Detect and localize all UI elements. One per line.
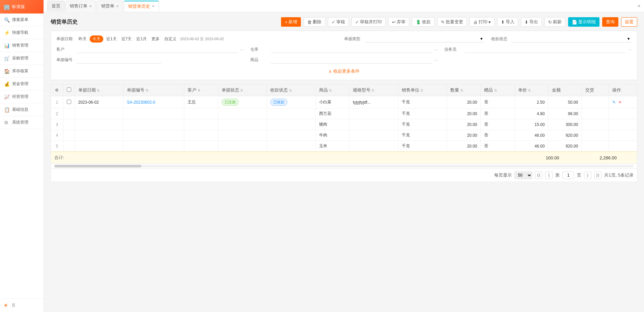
row-checkbox[interactable] [63,141,75,152]
collapse-btn[interactable]: ∧ 收起更多条件 [56,67,632,76]
page-content: 销货单历史 + 新增 🗑 删除 ✓ 审核 ✓ 审核并打印 [44,12,644,312]
edit-action-btn[interactable]: ✎ [612,100,616,105]
tab-close-sales-order[interactable]: ✕ [89,4,92,8]
table-row: 5 玉米 千克 20.00 否 46.00 920.00 [51,141,637,152]
sidebar-logo: 🏢 标准版 [0,0,44,14]
page-last-btn[interactable]: ⟩⟩ [594,172,601,179]
sidebar-item-finance[interactable]: 💰 资金管理 [0,78,44,90]
batch-change-button[interactable]: ✎ 批量变更 [437,17,467,27]
collect-button[interactable]: 💲 收款 [412,17,435,27]
date-btn-7day[interactable]: 近7天 [120,35,134,43]
payment-status-select[interactable]: ▾ [512,35,632,43]
col-price-sort: ⇅ [528,88,531,92]
sidebar-item-inventory[interactable]: 🏠 库存核算 [0,65,44,78]
scroll-thumb[interactable] [54,165,141,167]
goods-picker-btn[interactable]: ··· [434,58,438,62]
col-gift[interactable]: 赠品 ⇅ [481,84,514,96]
import-button[interactable]: ⬆ 导入 [497,17,518,27]
new-button[interactable]: + 新增 [281,17,301,27]
cell-doc-no [123,108,184,119]
date-btn-today[interactable]: 今天 [90,35,103,43]
doc-type-select[interactable]: ▾ [365,35,484,43]
row-checkbox[interactable] [63,108,75,119]
date-btn-custom[interactable]: 自定义 [163,35,178,43]
customer-input[interactable] [77,46,238,53]
page-next-btn[interactable]: ⟩ [584,172,591,179]
date-btn-1month[interactable]: 近1月 [135,35,148,43]
export-button[interactable]: ⬇ 导出 [521,17,542,27]
col-spec[interactable]: 规格型号 ⇅ [349,84,398,96]
col-date-label: 单据日期 [78,87,96,93]
col-date[interactable]: 单据日期 ⇅ [75,84,123,96]
col-checkbox[interactable] [63,84,75,96]
col-goods[interactable]: 商品 ⇅ [315,84,349,96]
tab-bar-close-all[interactable]: ✕ [637,4,641,8]
sidebar-pause-icon[interactable]: ⏸ [11,302,16,309]
sidebar-item-purchase-mgmt[interactable]: 🛒 采购管理 [0,52,44,65]
select-all-checkbox[interactable] [67,87,71,92]
sidebar-item-sales-mgmt[interactable]: 📊 销售管理 [0,39,44,52]
query-button[interactable]: 查询 [602,17,618,27]
audit-button[interactable]: ✓ 审核 [328,17,349,27]
cell-goods: 猪肉 [315,119,349,130]
audit-print-button[interactable]: ✓ 审核并打印 [352,17,386,27]
customer-picker-btn[interactable]: ··· [240,47,244,52]
cell-action [609,130,637,141]
row-select-checkbox[interactable] [67,100,71,104]
scroll-track[interactable] [54,165,634,167]
row-checkbox[interactable] [63,130,75,141]
row-checkbox[interactable] [63,96,75,108]
sidebar-item-operations[interactable]: 📈 经营管理 [0,90,44,103]
col-gift-label: 赠品 [484,87,493,93]
page-prev-btn[interactable]: ⟨ [545,172,553,179]
settings-button[interactable]: 设置 [621,17,637,27]
sidebar-item-quick-nav[interactable]: ⚡ 快捷导航 [0,26,44,39]
col-doc-status[interactable]: 单据状态 ⇅ [218,84,267,96]
col-pay-status[interactable]: 收款状态 ⇅ [267,84,316,96]
page-number-input[interactable] [562,172,574,179]
row-checkbox[interactable] [63,119,75,130]
cell-customer [184,141,218,152]
abandon-button[interactable]: ↩ 弃审 [388,17,409,27]
print-button[interactable]: 🖨 打印 ▾ [470,17,495,27]
sidebar-sun-icon[interactable]: ☀ [3,302,8,309]
salesperson-input[interactable] [465,46,626,53]
cell-doc-status [218,130,267,141]
cell-gift: 否 [481,108,514,119]
sidebar-item-system-mgmt[interactable]: ⚙ 系统管理 [0,116,44,129]
tab-close-sales-history[interactable]: ✕ [152,4,155,8]
date-btn-1day[interactable]: 近1天 [105,35,118,43]
sidebar-search[interactable]: 🔍 搜索菜单 [0,14,44,26]
audit-print-label: 审核并打印 [360,19,382,25]
col-price[interactable]: 单价 ⇅ [514,84,548,96]
show-detail-button[interactable]: 📄 显示明细 [568,17,599,27]
sidebar-item-basic-info[interactable]: 📋 基础信息 [0,103,44,116]
cell-customer [184,130,218,141]
col-qty[interactable]: 数量 ⇅ [447,84,481,96]
col-customer[interactable]: 客户 ⇅ [184,84,218,96]
doc-no-input[interactable] [77,56,161,63]
date-btn-more[interactable]: 更多 [150,35,161,43]
col-unit[interactable]: 销售单位 ⇅ [398,84,447,96]
delete-button[interactable]: 🗑 删除 [304,17,325,27]
tab-home[interactable]: 首页 [47,1,65,11]
refresh-button[interactable]: ↻ 刷新 [544,17,565,27]
goods-input[interactable] [271,56,432,63]
toolbar: + 新增 🗑 删除 ✓ 审核 ✓ 审核并打印 ↩ 弃审 [281,17,637,27]
salesperson-picker-btn[interactable]: ··· [628,47,632,52]
quick-nav-icon: ⚡ [4,30,9,35]
tab-close-sales-invoice[interactable]: ✕ [116,4,119,8]
delete-action-btn[interactable]: ✕ [618,100,622,105]
col-settings[interactable]: ⚙ [51,84,63,96]
tab-sales-invoice[interactable]: 销货单 ✕ [97,1,123,11]
warehouse-input[interactable] [271,46,432,53]
tab-sales-history[interactable]: 销货单历史 ✕ [124,1,159,11]
page-first-btn[interactable]: ⟨⟨ [535,172,542,179]
tab-sales-order[interactable]: 销售订单 ✕ [65,1,96,11]
date-btn-yesterday[interactable]: 昨天 [77,35,88,43]
warehouse-picker-btn[interactable]: ··· [434,47,438,52]
page-size-select[interactable]: 50 100 200 [514,172,532,179]
col-doc-no[interactable]: 单据编号 ⇅ [123,84,184,96]
sidebar-label-system: 系统管理 [12,120,28,125]
page-title: 销货单历史 [51,19,78,26]
